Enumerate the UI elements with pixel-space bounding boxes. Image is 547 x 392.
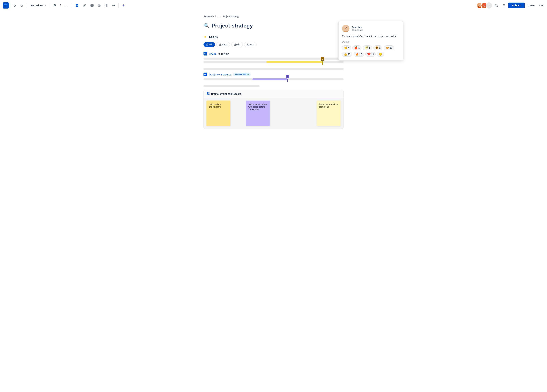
reaction-waffle[interactable]: 🧇 10	[384, 45, 394, 50]
insert-button[interactable]: +▾	[111, 3, 116, 8]
toolbar: Normal text B I ...	[0, 0, 547, 11]
toolbar-divider-1	[27, 3, 27, 8]
page-container: Research / ... / Project strategy 🔍 Proj…	[0, 11, 547, 136]
gantt-bar-purple	[253, 78, 287, 80]
gantt-row-d2	[204, 85, 343, 87]
team-tags: @Will @Alana @Mia @Jose	[204, 42, 343, 47]
reaction-apple[interactable]: 🍎 1	[352, 45, 362, 50]
svg-point-23	[345, 27, 345, 28]
gantt-bar-line-d	[287, 79, 288, 82]
svg-point-3	[91, 5, 92, 5]
team-heading-label: Team	[208, 35, 218, 39]
svg-rect-17	[207, 92, 208, 94]
whiteboard-gap	[233, 101, 243, 126]
reaction-waffle-emoji: 🧇	[386, 46, 389, 49]
more-options-button[interactable]: •••	[538, 2, 544, 8]
reaction-fire[interactable]: 🔥 10	[354, 52, 364, 57]
sticky-note-2: Make sure to share with sales before the…	[246, 101, 270, 126]
publish-button[interactable]: Publish	[508, 3, 525, 8]
team-section: ✦ Team @Will @Alana @Mia @Jose	[204, 35, 343, 47]
breadcrumb: Research / ... / Project strategy	[204, 15, 343, 18]
toolbar-divider-3	[72, 3, 72, 8]
feature-checkbox[interactable]	[204, 73, 207, 76]
svg-point-12	[480, 5, 480, 5]
tag-jose[interactable]: @Jose	[244, 42, 257, 47]
gantt-bar-bg-2: M	[204, 61, 343, 63]
ai-button[interactable]: ✦	[121, 2, 126, 8]
gantt-bar-yellow	[267, 61, 322, 63]
whiteboard-logo-icon	[206, 92, 210, 96]
gantt-marker-m: M	[321, 57, 324, 61]
page-title-area: 🔍 Project strategy	[204, 22, 343, 29]
page-title-icon: 🔍	[204, 23, 210, 28]
task-checkbox[interactable]	[204, 52, 207, 55]
reaction-thumbsup[interactable]: 👍 25	[342, 52, 352, 57]
gantt-bar-bg-d1: D	[204, 78, 343, 80]
reaction-clap-count: 4	[348, 47, 349, 49]
tag-alana[interactable]: @Alana	[216, 42, 230, 47]
toolbar-divider-2	[50, 3, 50, 8]
more-format-button[interactable]: ...	[63, 3, 70, 8]
svg-point-15	[495, 4, 497, 6]
svg-point-24	[346, 27, 347, 28]
italic-button[interactable]: I	[59, 3, 62, 8]
redo-button[interactable]	[19, 3, 25, 8]
feature-label[interactable]: [iOS] New Features	[209, 73, 231, 76]
reaction-surprised-count: 2	[379, 47, 381, 49]
gantt-container-d: D	[204, 78, 343, 87]
task-mention[interactable]: @Eva	[209, 52, 216, 55]
search-button[interactable]	[493, 3, 499, 8]
reaction-surprised-emoji: 😮	[375, 46, 379, 49]
tag-will[interactable]: @Will	[204, 42, 215, 47]
comment-meta: Eva Lien 4 hours ago	[351, 26, 363, 31]
reaction-surprised[interactable]: 😮 2	[373, 45, 383, 50]
svg-rect-2	[91, 4, 93, 7]
content-area: Research / ... / Project strategy 🔍 Proj…	[197, 11, 350, 136]
sticky-note-3: Invite the team to a group call	[317, 101, 341, 126]
close-button[interactable]: Close	[526, 3, 537, 8]
reaction-heart[interactable]: ❤️ 20	[365, 52, 376, 57]
reaction-clap[interactable]: 👏 4	[342, 45, 351, 50]
breadcrumb-ellipsis[interactable]: ...	[217, 15, 219, 18]
format-select[interactable]: Normal text	[29, 3, 48, 8]
reaction-fire-count: 10	[360, 53, 362, 55]
sticky-note-1: Let's make a project plan!	[206, 101, 230, 126]
breadcrumb-sep-1: /	[215, 15, 216, 18]
reaction-avocado-emoji: 🥑	[365, 46, 368, 49]
gantt-marker-d: D	[286, 75, 289, 78]
reaction-smile[interactable]: 😊	[377, 52, 384, 57]
add-collaborator-button[interactable]: +	[486, 2, 492, 8]
reaction-apple-emoji: 🍎	[354, 46, 358, 49]
reaction-avocado[interactable]: 🥑 1	[363, 45, 372, 50]
svg-rect-19	[208, 92, 210, 94]
svg-text:G: G	[484, 4, 485, 7]
breadcrumb-sep-2: /	[220, 15, 221, 18]
sparkle-icon: ✦	[204, 35, 207, 39]
format-label: Normal text	[31, 4, 44, 7]
comment-author: Eva Lien	[351, 26, 363, 29]
team-heading: ✦ Team	[204, 35, 343, 39]
gantt-row-3	[204, 68, 343, 70]
tag-mia[interactable]: @Mia	[231, 42, 243, 47]
gantt-container: M	[204, 58, 343, 70]
mention-button[interactable]: @	[96, 3, 102, 8]
app-logo[interactable]	[3, 2, 9, 8]
link-button[interactable]	[82, 3, 88, 8]
svg-point-11	[479, 5, 479, 5]
bold-button[interactable]: B	[52, 3, 57, 8]
reaction-clap-emoji: 👏	[344, 46, 347, 49]
checkbox-button[interactable]	[74, 3, 80, 8]
table-button[interactable]	[103, 3, 109, 8]
reaction-avocado-count: 1	[369, 47, 370, 49]
feature-status-badge: IN PROGRESS	[233, 73, 251, 76]
breadcrumb-research[interactable]: Research	[204, 15, 214, 18]
comment-delete[interactable]: Delete	[342, 40, 400, 43]
reactions-container: 👏 4 🍎 1 🥑 1 😮 2 🧇 10	[342, 45, 400, 57]
image-button[interactable]	[89, 3, 95, 8]
restrict-button[interactable]	[501, 3, 507, 8]
comment-popup: Eva Lien 4 hours ago Fantastic idea! Can…	[338, 21, 403, 60]
breadcrumb-current: Project strategy	[222, 15, 239, 18]
undo-button[interactable]	[12, 3, 17, 8]
reaction-heart-count: 20	[371, 53, 374, 55]
reaction-thumbsup-emoji: 👍	[344, 53, 347, 56]
